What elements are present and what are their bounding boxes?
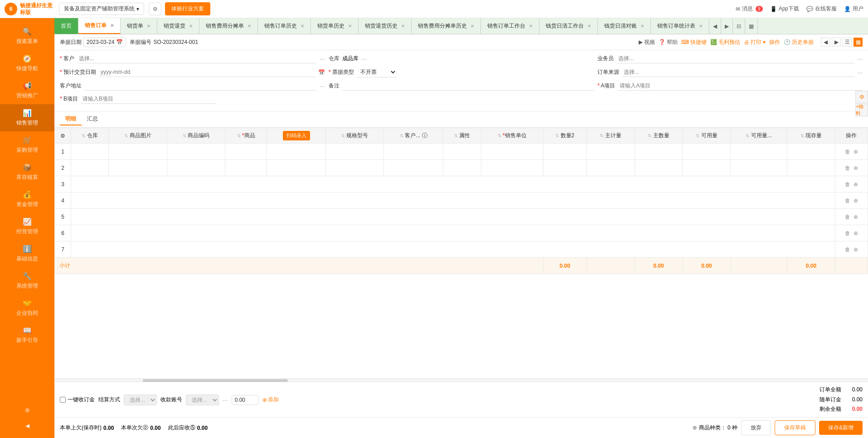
tab-cash-reconcile[interactable]: 钱货日清对账 ✕ <box>598 18 651 34</box>
tab-grid-button[interactable]: ▦ <box>745 18 758 34</box>
tab-detail[interactable]: 明细 <box>60 113 82 125</box>
sidebar-item-nav[interactable]: 🧭 快捷导航 <box>0 50 54 77</box>
save-draft-button[interactable]: 保存草稿 <box>775 420 815 435</box>
sidebar-item-stock[interactable]: 📦 库存核算 <box>0 159 54 186</box>
row5-copy-icon[interactable]: ⊕ <box>853 214 858 220</box>
user-menu[interactable]: 👤 用户 <box>844 5 863 13</box>
tab-sales-workbench[interactable]: 销售订单工作台 ✕ <box>481 18 539 34</box>
right-settings-btn[interactable]: ⚙ <box>855 91 868 103</box>
b-project-input[interactable] <box>81 94 217 104</box>
tab-close-cash-workbench[interactable]: ✕ <box>587 24 591 29</box>
sidebar-item-biz[interactable]: 📈 经营管理 <box>0 213 54 240</box>
warehouse-expand[interactable]: ··· <box>361 55 367 63</box>
tab-sales-single-history[interactable]: 销货单历史 ✕ <box>311 18 359 34</box>
video-button[interactable]: ▶ 视频 <box>639 39 655 46</box>
row1-delete-icon[interactable]: 🗑 <box>845 149 850 155</box>
discard-button[interactable]: 放弃 <box>741 420 771 435</box>
sidebar-collapse[interactable]: ◀ <box>0 418 54 433</box>
row3-delete-icon[interactable]: 🗑 <box>845 181 850 188</box>
col-scan[interactable]: 扫码录入 <box>267 128 326 144</box>
message-button[interactable]: ✉ 消息 9 <box>736 5 763 13</box>
tab-close-sales-order[interactable]: ✕ <box>110 23 114 28</box>
tab-close-single-history[interactable]: ✕ <box>348 24 352 29</box>
customer-input[interactable] <box>77 54 317 63</box>
tab-sales-order[interactable]: 销售订单 ✕ <box>78 18 121 34</box>
tab-sales-fee[interactable]: 销售费用分摊单 ✕ <box>199 18 258 34</box>
row4-copy-icon[interactable]: ⊕ <box>853 197 858 204</box>
invoice-type-select[interactable]: 不开票 增值税普票 增值税专票 <box>357 67 397 77</box>
col-settings[interactable]: ⚙ <box>55 128 71 144</box>
sidebar-item-search[interactable]: 🔍 搜索菜单 <box>0 23 54 50</box>
add-button[interactable]: ⊕ 添加 <box>262 396 279 404</box>
row3-copy-icon[interactable]: ⊕ <box>853 181 858 188</box>
nav-prev-btn[interactable]: ◀ <box>821 38 830 47</box>
tab-sales-return-history[interactable]: 销货退货历史 ✕ <box>359 18 412 34</box>
sidebar-settings[interactable]: ⚙ <box>0 403 54 418</box>
print-button[interactable]: 🖨 打印 ▾ <box>744 39 766 46</box>
salesperson-input[interactable] <box>616 54 854 63</box>
amount-input[interactable] <box>232 395 259 405</box>
row4-delete-icon[interactable]: 🗑 <box>845 197 850 204</box>
tab-close-sales-return[interactable]: ✕ <box>189 24 193 29</box>
nav-next-btn[interactable]: ▶ <box>832 38 841 47</box>
row2-delete-icon[interactable]: 🗑 <box>845 165 850 171</box>
receipt-expand[interactable]: ··· <box>223 396 228 404</box>
sidebar-item-info[interactable]: ℹ️ 基础信息 <box>0 240 54 267</box>
tab-sales-single[interactable]: 销货单 ✕ <box>121 18 157 34</box>
tab-prev-button[interactable]: ◀ <box>709 18 721 34</box>
tab-home[interactable]: 首页 <box>54 18 78 34</box>
receipt-account-select[interactable]: 选择... <box>186 395 219 405</box>
tab-sales-return[interactable]: 销货退货 ✕ <box>157 18 199 34</box>
address-input[interactable] <box>84 81 317 91</box>
sidebar-item-purchase[interactable]: 🛒 采购管理 <box>0 131 54 159</box>
form-view-btn[interactable]: ▦ <box>853 38 863 47</box>
sidebar-item-promo[interactable]: 📢 营销推广 <box>0 77 54 104</box>
tab-close-sales-single[interactable]: ✕ <box>147 24 150 29</box>
list-view-btn[interactable]: ☰ <box>843 38 852 47</box>
row2-copy-icon[interactable]: ⊕ <box>853 165 858 171</box>
tab-close-return-history[interactable]: ✕ <box>401 24 405 29</box>
payment-select[interactable]: 选择... <box>124 395 157 405</box>
history-button[interactable]: 🕐 历史单据 <box>784 39 814 46</box>
operation-button[interactable]: 操作 <box>769 39 780 46</box>
tab-sales-fee-history[interactable]: 销售费用分摊单历史 ✕ <box>412 18 481 34</box>
tab-next-button[interactable]: ▶ <box>721 18 733 34</box>
tab-close-cash-reconcile[interactable]: ✕ <box>640 24 644 29</box>
settings-button[interactable]: ⚙ <box>149 3 161 15</box>
profit-button[interactable]: 💹 毛利预估 <box>710 39 740 46</box>
tab-close-order-history[interactable]: ✕ <box>301 24 304 29</box>
delivery-date-input[interactable] <box>99 67 315 77</box>
date-input[interactable]: 2023-03-24 📅 <box>83 37 126 47</box>
system-selector[interactable]: 装备及固定资产辅助管理系统 ▾ <box>59 3 144 15</box>
order-source-expand[interactable]: ··· <box>857 69 863 76</box>
help-button[interactable]: ❓ 帮助 <box>659 39 678 46</box>
online-service-button[interactable]: 💬 在线客服 <box>806 5 837 13</box>
sidebar-item-corp[interactable]: 🤝 企业协同 <box>0 294 54 322</box>
tab-close-sales-fee[interactable]: ✕ <box>247 24 251 29</box>
tab-more-button[interactable]: ⊟ <box>733 18 745 34</box>
note-input[interactable] <box>342 81 594 91</box>
tab-summary[interactable]: 汇总 <box>82 113 103 125</box>
industry-button[interactable]: 体验行业方案 <box>165 2 210 15</box>
tab-sales-stats[interactable]: 销售订单统计表 ✕ <box>651 18 709 34</box>
salesperson-expand[interactable]: ··· <box>857 55 863 63</box>
tab-close-sales-stats[interactable]: ✕ <box>699 24 703 29</box>
tab-cash-workbench[interactable]: 钱货日清工作台 ✕ <box>539 18 598 34</box>
tab-close-sales-workbench[interactable]: ✕ <box>529 24 533 29</box>
row6-delete-icon[interactable]: 🗑 <box>845 230 850 236</box>
address-expand[interactable]: ··· <box>320 82 325 90</box>
tab-close-fee-history[interactable]: ✕ <box>470 24 474 29</box>
shortcut-button[interactable]: ⌨ 快捷键 <box>681 39 707 46</box>
sidebar-item-sales[interactable]: 📊 销售管理 <box>0 104 54 131</box>
app-download-button[interactable]: 📱 App下载 <box>770 5 799 13</box>
tab-sales-order-history[interactable]: 销售订单历史 ✕ <box>258 18 311 34</box>
sidebar-item-finance[interactable]: 💰 资金管理 <box>0 186 54 213</box>
customer-expand[interactable]: ··· <box>320 55 325 63</box>
sidebar-item-guide[interactable]: 📖 新手引导 <box>0 322 54 349</box>
row6-copy-icon[interactable]: ⊕ <box>853 230 858 236</box>
save-new-button[interactable]: 保存&新增 <box>819 421 863 435</box>
sidebar-item-sys[interactable]: 🔧 系统管理 <box>0 267 54 294</box>
one-click-checkbox[interactable]: 一键收订金 <box>60 396 95 404</box>
row7-copy-icon[interactable]: ⊕ <box>853 246 858 253</box>
row7-delete-icon[interactable]: 🗑 <box>845 246 850 253</box>
